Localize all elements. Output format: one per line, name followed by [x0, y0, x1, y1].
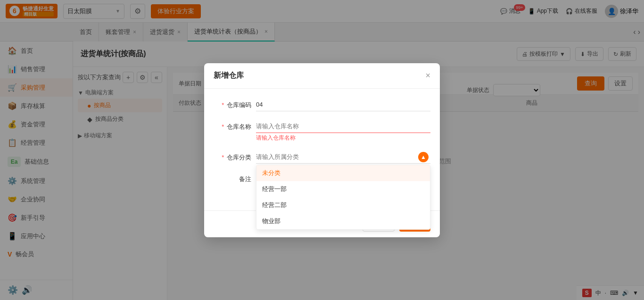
warehouse-name-label: * 仓库名称 [214, 120, 251, 131]
note-label: 备注 [214, 172, 251, 183]
warehouse-code-label: * 仓库编码 [214, 98, 251, 109]
modal-header: 新增仓库 × [204, 63, 440, 89]
dropdown-item-uncategorized[interactable]: 未分类 [256, 165, 430, 181]
category-toggle-button[interactable]: ▲ [418, 152, 429, 162]
dropdown-item-dept3[interactable]: 物业部 [256, 213, 430, 229]
dropdown-item-dept2[interactable]: 经营二部 [256, 197, 430, 213]
modal-body: * 仓库编码 * 仓库名称 请输入仓库名称 * [204, 89, 440, 210]
category-input[interactable] [256, 150, 430, 164]
warehouse-name-row: * 仓库名称 请输入仓库名称 [214, 120, 430, 142]
warehouse-category-label: * 仓库分类 [214, 150, 251, 162]
modal-title: 新增仓库 [214, 71, 244, 81]
modal-close-button[interactable]: × [425, 71, 430, 81]
warehouse-code-row: * 仓库编码 [214, 98, 430, 111]
warehouse-category-row: * 仓库分类 ▲ 未分类 经营一部 经营二部 物业部 [214, 150, 430, 164]
chevron-up-icon: ▲ [421, 154, 426, 160]
warehouse-name-field-wrap: 请输入仓库名称 [256, 120, 430, 142]
warehouse-name-input[interactable] [256, 120, 430, 133]
add-warehouse-modal: 新增仓库 × * 仓库编码 * 仓库名称 请输入仓库名称 [204, 63, 440, 237]
warehouse-code-input[interactable] [256, 98, 430, 111]
warehouse-name-error: 请输入仓库名称 [256, 134, 430, 142]
category-wrap: ▲ 未分类 经营一部 经营二部 物业部 [256, 150, 430, 164]
category-dropdown: 未分类 经营一部 经营二部 物业部 [256, 165, 430, 230]
modal-overlay: 新增仓库 × * 仓库编码 * 仓库名称 请输入仓库名称 [0, 0, 644, 300]
dropdown-item-dept1[interactable]: 经营一部 [256, 181, 430, 197]
